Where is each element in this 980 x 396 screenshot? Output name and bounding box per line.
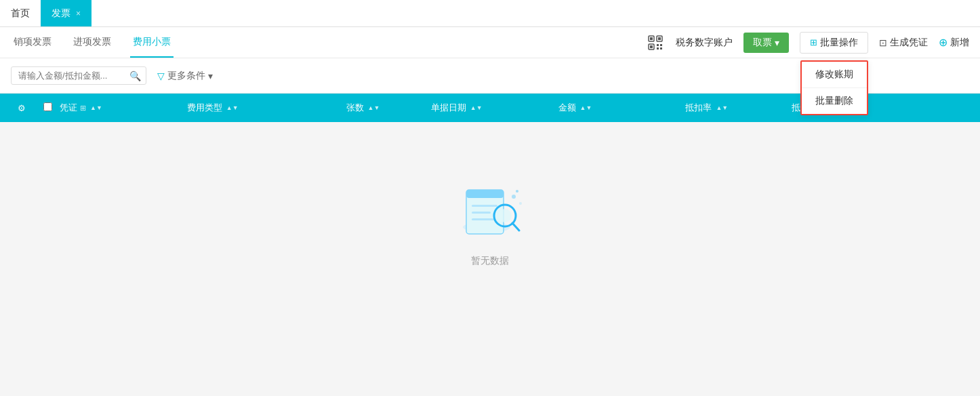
nav-tab-invoice[interactable]: 发票 × bbox=[41, 0, 91, 26]
svg-rect-6 bbox=[657, 44, 659, 46]
search-input[interactable] bbox=[11, 66, 146, 85]
dropdown-item-batch-delete[interactable]: 批量删除 bbox=[802, 87, 867, 114]
nav-tab-invoice-label: 发票 bbox=[52, 7, 70, 20]
svg-rect-12 bbox=[466, 190, 504, 198]
take-ticket-button[interactable]: 取票 ▾ bbox=[743, 33, 789, 53]
th-deduct-rate[interactable]: 抵扣率 ▲▼ bbox=[685, 102, 792, 114]
tab-input-invoice[interactable]: 进项发票 bbox=[70, 27, 114, 58]
th-date[interactable]: 单据日期 ▲▼ bbox=[431, 102, 558, 114]
th-count-sort-icon: ▲▼ bbox=[368, 105, 380, 111]
nav-tab-close-icon[interactable]: × bbox=[76, 9, 81, 18]
th-voucher-sort-icon: ▲▼ bbox=[90, 105, 102, 111]
th-gear[interactable]: ⚙ bbox=[8, 103, 35, 113]
search-icon: 🔍 bbox=[129, 71, 141, 81]
dropdown-item-modify-period[interactable]: 修改账期 bbox=[802, 62, 867, 87]
batch-op-label: 批量操作 bbox=[820, 37, 858, 49]
gen-voucher-label: 生成凭证 bbox=[890, 37, 928, 49]
filter-icon: ▽ bbox=[157, 71, 165, 81]
th-expense-sort-icon: ▲▼ bbox=[226, 105, 239, 111]
svg-rect-14 bbox=[472, 212, 491, 214]
th-amount-sort-icon: ▲▼ bbox=[580, 105, 592, 111]
th-voucher[interactable]: 凭证 ⊞ ▲▼ bbox=[60, 102, 187, 114]
sub-tabs-bar: 销项发票 进项发票 费用小票 税务数字账户 取票 ▾ bbox=[0, 27, 980, 58]
svg-point-21 bbox=[516, 190, 518, 193]
tab-expense-ticket[interactable]: 费用小票 bbox=[130, 27, 173, 58]
th-amount[interactable]: 金额 ▲▼ bbox=[558, 102, 686, 114]
tab-sales-invoice[interactable]: 销项发票 bbox=[11, 27, 54, 58]
svg-rect-8 bbox=[657, 47, 659, 50]
th-deduct-rate-sort-icon: ▲▼ bbox=[716, 105, 728, 111]
svg-rect-15 bbox=[472, 218, 494, 220]
th-expense-type[interactable]: 费用类型 ▲▼ bbox=[187, 102, 346, 114]
batch-op-dropdown: 修改账期 批量删除 bbox=[800, 60, 868, 115]
add-button[interactable]: ⊕ 新增 bbox=[939, 36, 969, 49]
add-label: 新增 bbox=[950, 37, 969, 49]
top-nav: 首页 发票 × bbox=[0, 0, 980, 27]
svg-rect-9 bbox=[660, 47, 662, 50]
empty-state-text: 暂无数据 bbox=[471, 255, 509, 267]
th-checkbox[interactable] bbox=[35, 102, 60, 113]
th-count[interactable]: 张数 ▲▼ bbox=[346, 102, 431, 114]
sub-tabs-left: 销项发票 进项发票 费用小票 bbox=[11, 27, 173, 58]
batch-op-button[interactable]: ⊞ 批量操作 bbox=[800, 32, 868, 54]
more-conditions-label: 更多条件 bbox=[167, 70, 205, 82]
svg-point-17 bbox=[498, 209, 512, 222]
select-all-checkbox[interactable] bbox=[43, 102, 52, 111]
qr-code-icon[interactable] bbox=[646, 33, 665, 52]
batch-icon: ⊞ bbox=[810, 37, 817, 47]
empty-state-icon bbox=[449, 176, 531, 244]
th-date-sort-icon: ▲▼ bbox=[470, 105, 483, 111]
more-conditions-btn[interactable]: ▽ 更多条件 ▾ bbox=[157, 70, 213, 82]
svg-line-18 bbox=[512, 223, 519, 231]
svg-rect-5 bbox=[650, 45, 653, 48]
batch-op-wrapper: ⊞ 批量操作 修改账期 批量删除 bbox=[800, 32, 868, 54]
th-count-label: 张数 bbox=[346, 102, 364, 114]
svg-rect-7 bbox=[660, 44, 662, 46]
th-voucher-filter-icon: ⊞ bbox=[80, 104, 86, 113]
more-conditions-arrow-icon: ▾ bbox=[208, 71, 213, 81]
th-amount-label: 金额 bbox=[558, 102, 576, 114]
th-date-label: 单据日期 bbox=[431, 102, 466, 114]
svg-rect-3 bbox=[658, 37, 661, 40]
svg-point-20 bbox=[519, 202, 522, 205]
svg-rect-1 bbox=[650, 37, 653, 40]
gen-voucher-button[interactable]: ⊡ 生成凭证 bbox=[879, 37, 928, 49]
svg-point-19 bbox=[512, 195, 516, 199]
svg-rect-13 bbox=[472, 205, 497, 207]
nav-home[interactable]: 首页 bbox=[0, 0, 41, 26]
th-voucher-label: 凭证 bbox=[60, 102, 77, 114]
th-deduct-rate-label: 抵扣率 bbox=[685, 102, 712, 114]
sub-tabs-right: 税务数字账户 取票 ▾ ⊞ 批量操作 修改账期 批量删除 ⊡ 生成凭证 ⊕ 新增 bbox=[646, 32, 969, 54]
gen-voucher-icon: ⊡ bbox=[879, 37, 887, 48]
take-ticket-dropdown-icon: ▾ bbox=[775, 37, 779, 48]
search-wrap: 🔍 bbox=[11, 66, 146, 85]
add-icon: ⊕ bbox=[939, 36, 947, 49]
take-ticket-label: 取票 bbox=[753, 37, 772, 49]
empty-state: 暂无数据 bbox=[0, 122, 980, 308]
tax-digital-account-btn[interactable]: 税务数字账户 bbox=[676, 37, 733, 49]
th-expense-label: 费用类型 bbox=[187, 102, 222, 114]
